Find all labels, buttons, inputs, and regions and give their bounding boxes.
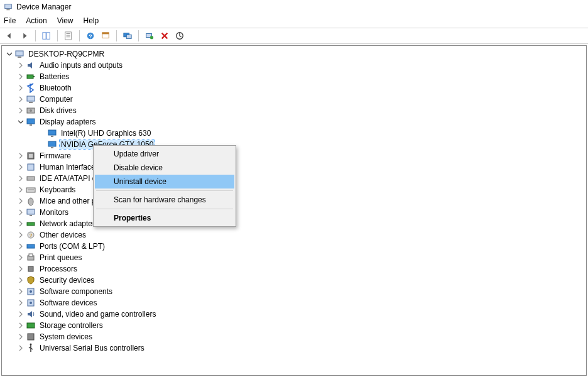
audio-icon <box>26 60 36 70</box>
expand-icon[interactable] <box>16 151 26 161</box>
expand-icon[interactable] <box>16 230 26 240</box>
mouse-icon <box>26 196 36 206</box>
tree-category[interactable]: Monitors <box>2 207 586 218</box>
window-title: Device Manager <box>16 3 71 11</box>
menu-action[interactable]: Action <box>26 16 46 25</box>
svg-rect-20 <box>33 76 35 77</box>
expand-icon[interactable] <box>16 253 26 263</box>
tree-category[interactable]: Disk drives <box>2 105 586 116</box>
toolbar-separator <box>79 30 80 41</box>
cpu-icon <box>26 264 36 274</box>
svg-rect-52 <box>28 334 34 340</box>
context-menu-separator <box>96 190 233 191</box>
tree-category[interactable]: Security devices <box>2 275 586 286</box>
security-icon <box>26 275 36 285</box>
context-menu[interactable]: Update driverDisable deviceUninstall dev… <box>93 145 236 227</box>
svg-rect-25 <box>27 119 35 124</box>
expand-icon[interactable] <box>16 241 26 251</box>
device-tree-panel[interactable]: DESKTOP-RQ9CPMRAudio inputs and outputsB… <box>1 45 587 376</box>
expand-icon[interactable] <box>16 207 26 217</box>
expand-icon[interactable] <box>16 83 26 93</box>
tree-category[interactable]: Firmware <box>2 150 586 161</box>
context-menu-item[interactable]: Uninstall device <box>95 175 234 188</box>
expand-icon[interactable] <box>16 185 26 195</box>
tree-device[interactable]: Intel(R) UHD Graphics 630 <box>2 128 586 139</box>
svg-point-48 <box>30 290 32 293</box>
expand-icon[interactable] <box>16 60 26 70</box>
remove-button[interactable] <box>158 29 172 43</box>
action-button[interactable] <box>99 29 112 43</box>
tree-category[interactable]: ?Other devices <box>2 229 586 241</box>
tree-device[interactable]: NVIDIA GeForce GTX 1050 <box>2 139 586 150</box>
menu-bar[interactable]: File Action View Help <box>0 14 588 28</box>
expand-icon[interactable] <box>16 94 26 104</box>
category-label: Monitors <box>38 208 70 217</box>
expand-icon[interactable] <box>16 309 26 319</box>
svg-rect-39 <box>30 215 32 216</box>
forward-button[interactable] <box>18 29 31 43</box>
svg-rect-45 <box>29 254 33 256</box>
help-button[interactable]: ? <box>84 29 97 43</box>
expand-icon[interactable] <box>16 332 26 342</box>
tree-category[interactable]: Processors <box>2 263 586 275</box>
category-label: Batteries <box>38 72 70 81</box>
tree-category[interactable]: Network adapters <box>2 218 586 229</box>
expand-icon[interactable] <box>16 219 26 229</box>
menu-file[interactable]: File <box>4 16 16 25</box>
update-button[interactable] <box>173 29 187 43</box>
tree-category[interactable]: Bluetooth <box>2 82 586 94</box>
remote-computer-icon <box>123 31 132 40</box>
context-menu-item[interactable]: Disable device <box>95 161 234 175</box>
tree-category[interactable]: Software devices <box>2 297 586 309</box>
tree-category[interactable]: Audio inputs and outputs <box>2 60 586 71</box>
expand-icon[interactable] <box>16 343 26 353</box>
menu-view[interactable]: View <box>57 16 74 25</box>
svg-rect-2 <box>43 33 46 40</box>
expander-none <box>37 128 47 138</box>
svg-rect-0 <box>5 4 12 9</box>
back-arrow-icon <box>5 31 14 40</box>
tree-category[interactable]: Computer <box>2 94 586 105</box>
tree-category[interactable]: Print queues <box>2 252 586 263</box>
context-menu-item-label: Update driver <box>114 150 159 158</box>
context-menu-item[interactable]: Scan for hardware changes <box>95 193 234 207</box>
expand-icon[interactable] <box>16 298 26 308</box>
tree-category[interactable]: Human Interface Devices <box>2 161 586 173</box>
show-hide-tree-button[interactable] <box>40 29 53 43</box>
tree-category[interactable]: Mice and other pointing devices <box>2 195 586 207</box>
category-label: Disk drives <box>38 106 78 115</box>
tree-category[interactable]: IDE ATA/ATAPI controllers <box>2 173 586 184</box>
tree-category[interactable]: Universal Serial Bus controllers <box>2 342 586 354</box>
collapse-icon[interactable] <box>4 49 14 59</box>
tree-root-node[interactable]: DESKTOP-RQ9CPMR <box>2 48 586 60</box>
scan-hardware-button[interactable] <box>143 29 156 43</box>
menu-help[interactable]: Help <box>84 16 99 25</box>
remote-computer-button[interactable] <box>121 29 134 43</box>
expand-icon[interactable] <box>16 275 26 285</box>
expand-icon[interactable] <box>16 106 26 116</box>
expand-icon[interactable] <box>16 264 26 274</box>
expand-icon[interactable] <box>16 320 26 331</box>
tree-category[interactable]: Display adapters <box>2 116 586 128</box>
context-menu-item[interactable]: Properties <box>95 211 234 225</box>
tree-category[interactable]: Storage controllers <box>2 320 586 331</box>
collapse-icon[interactable] <box>16 117 26 127</box>
expand-icon[interactable] <box>16 173 26 183</box>
expand-icon[interactable] <box>16 196 26 206</box>
category-label: Network adapters <box>38 219 100 228</box>
context-menu-item[interactable]: Update driver <box>95 147 234 161</box>
properties-button[interactable] <box>62 29 75 43</box>
svg-rect-34 <box>27 177 35 180</box>
expand-icon[interactable] <box>16 72 26 82</box>
action-icon <box>101 31 110 40</box>
back-button[interactable] <box>3 29 16 43</box>
tree-category[interactable]: Sound, video and game controllers <box>2 309 586 320</box>
tree-category[interactable]: Keyboards <box>2 184 586 195</box>
tree-category[interactable]: Batteries <box>2 71 586 82</box>
tree-category[interactable]: Ports (COM & LPT) <box>2 241 586 252</box>
tree-category[interactable]: Software components <box>2 286 586 297</box>
tree-category[interactable]: System devices <box>2 331 586 342</box>
expand-icon[interactable] <box>16 287 26 297</box>
expand-icon[interactable] <box>16 162 26 172</box>
firmware-icon <box>26 151 36 161</box>
